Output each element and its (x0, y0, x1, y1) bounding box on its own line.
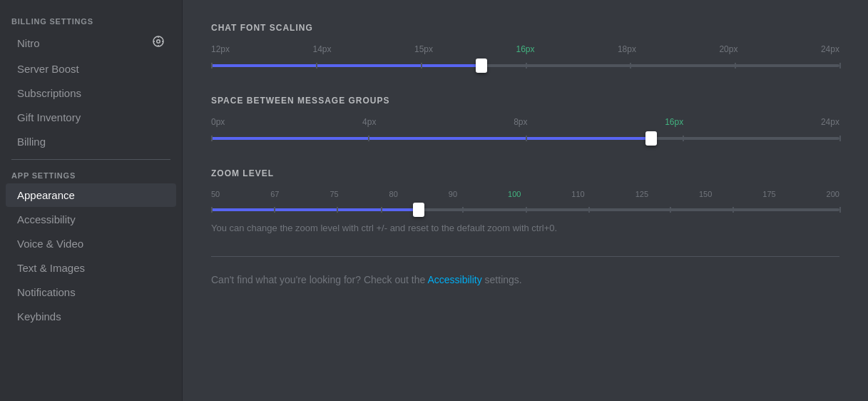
tick-5 (735, 63, 736, 68)
sidebar-item-notifications-label: Notifications (17, 286, 76, 298)
space-between-title: SPACE BETWEEN MESSAGE GROUPS (211, 96, 839, 106)
label-24px: 24px (821, 44, 839, 54)
sidebar-item-notifications[interactable]: Notifications (6, 280, 176, 304)
zoom-level-section: ZOOM LEVEL 50 67 75 80 90 100 110 125 15… (211, 168, 839, 233)
label-14px: 14px (312, 44, 331, 54)
space-between-slider[interactable] (211, 131, 839, 146)
label-8px: 8px (514, 117, 527, 127)
chat-font-scaling-labels: 12px 14px 15px 16px 18px 20px 24px (211, 44, 839, 54)
tick-z0 (211, 207, 213, 213)
footer-text-after: settings. (482, 274, 522, 285)
zoom-level-slider[interactable] (211, 203, 839, 217)
sidebar-item-nitro[interactable]: Nitro (6, 29, 176, 56)
label-24px-space: 24px (821, 117, 839, 127)
zoom-level-title: ZOOM LEVEL (211, 168, 839, 178)
sidebar-item-voice-video[interactable]: Voice & Video (6, 232, 176, 255)
label-110: 110 (571, 190, 584, 198)
sidebar-item-billing[interactable]: Billing (6, 130, 176, 153)
sidebar-item-subscriptions-label: Subscriptions (17, 87, 81, 99)
label-18px: 18px (618, 44, 636, 54)
zoom-level-labels: 50 67 75 80 90 100 110 125 150 175 200 (211, 190, 839, 198)
tick-s4 (839, 136, 841, 141)
main-content: CHAT FONT SCALING 12px 14px 15px 16px 18… (183, 0, 868, 401)
label-12px: 12px (211, 44, 230, 54)
tick-6 (839, 63, 841, 68)
svg-point-2 (158, 41, 160, 43)
tick-1 (316, 63, 317, 68)
label-16px-active: 16px (516, 44, 534, 54)
accessibility-link[interactable]: Accessibility (427, 274, 481, 285)
tick-z7 (588, 207, 590, 213)
sidebar: BILLING SETTINGS Nitro Server Boost Subs… (0, 0, 183, 401)
tick-s1 (368, 136, 369, 141)
chat-font-fill (211, 64, 481, 67)
space-between-thumb[interactable] (645, 131, 657, 146)
tick-3 (526, 63, 527, 68)
label-125: 125 (635, 190, 648, 198)
sidebar-item-subscriptions[interactable]: Subscriptions (6, 81, 176, 105)
space-between-section: SPACE BETWEEN MESSAGE GROUPS 0px 4px 8px… (211, 96, 839, 146)
sidebar-item-accessibility-label: Accessibility (17, 213, 76, 225)
sidebar-item-gift-inventory[interactable]: Gift Inventory (6, 106, 176, 129)
label-150: 150 (699, 190, 712, 198)
sidebar-item-billing-label: Billing (17, 136, 46, 148)
sidebar-divider (11, 159, 170, 160)
label-200: 200 (827, 190, 839, 198)
sidebar-item-text-images-label: Text & Images (17, 262, 85, 274)
label-100-active: 100 (508, 190, 521, 198)
tick-z2 (337, 207, 338, 213)
sidebar-item-accessibility[interactable]: Accessibility (6, 208, 176, 231)
billing-settings-label: BILLING SETTINGS (0, 11, 182, 29)
tick-z5 (462, 207, 464, 213)
chat-font-track (211, 64, 839, 67)
chat-font-thumb[interactable] (476, 59, 487, 73)
footer-text-before: Can't find what you're looking for? Chec… (211, 274, 427, 285)
tick-z3 (381, 207, 382, 213)
space-between-labels: 0px 4px 8px 16px 24px (211, 117, 839, 127)
sidebar-item-voice-video-label: Voice & Video (17, 238, 83, 250)
tick-4 (630, 63, 631, 68)
chat-font-scaling-section: CHAT FONT SCALING 12px 14px 15px 16px 18… (211, 23, 839, 73)
sidebar-item-keybinds-label: Keybinds (17, 310, 61, 323)
label-0px: 0px (211, 117, 225, 127)
zoom-hint: You can change the zoom level with ctrl … (211, 223, 839, 233)
label-16px-space-active: 16px (665, 117, 683, 127)
label-50: 50 (211, 190, 220, 198)
label-90: 90 (449, 190, 457, 198)
tick-z8 (670, 207, 671, 213)
sidebar-item-server-boost-label: Server Boost (17, 63, 79, 75)
footer-text: Can't find what you're looking for? Chec… (211, 274, 839, 285)
tick-0 (211, 63, 213, 68)
label-67: 67 (270, 190, 279, 198)
nitro-icon (152, 35, 165, 51)
tick-s0 (211, 136, 213, 141)
space-between-fill (211, 137, 651, 140)
tick-z10 (839, 207, 841, 213)
sidebar-item-appearance-label: Appearance (17, 189, 75, 201)
tick-z6 (526, 207, 527, 213)
sidebar-item-gift-inventory-label: Gift Inventory (17, 111, 81, 123)
tick-s3 (683, 136, 684, 141)
tick-s2 (526, 136, 527, 141)
chat-font-scaling-slider[interactable] (211, 59, 839, 73)
space-between-track (211, 137, 839, 140)
label-15px: 15px (414, 44, 433, 54)
sidebar-item-keybinds[interactable]: Keybinds (6, 305, 176, 328)
tick-z9 (732, 207, 734, 213)
label-175: 175 (762, 190, 775, 198)
label-4px: 4px (362, 117, 376, 127)
zoom-level-thumb[interactable] (413, 203, 424, 217)
sidebar-item-appearance[interactable]: Appearance (6, 183, 176, 207)
chat-font-scaling-title: CHAT FONT SCALING (211, 23, 839, 33)
zoom-level-track (211, 208, 839, 211)
content-divider (211, 256, 839, 257)
app-settings-label: APP SETTINGS (0, 166, 182, 183)
sidebar-item-nitro-label: Nitro (17, 37, 40, 49)
zoom-level-fill (211, 208, 419, 211)
tick-2 (421, 63, 422, 68)
label-20px: 20px (719, 44, 737, 54)
sidebar-item-text-images[interactable]: Text & Images (6, 256, 176, 280)
sidebar-item-server-boost[interactable]: Server Boost (6, 57, 176, 81)
label-80: 80 (389, 190, 398, 198)
label-75: 75 (330, 190, 338, 198)
